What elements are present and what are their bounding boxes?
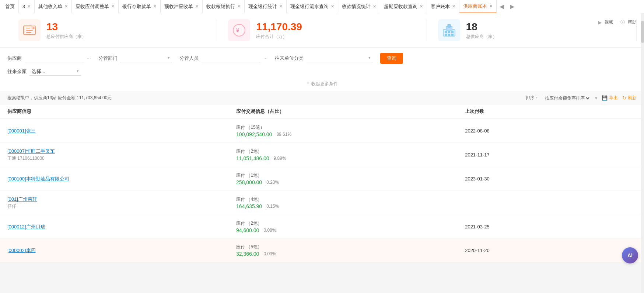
dept-select-wrap — [120, 54, 172, 62]
close-tab-other-income[interactable]: ✕ — [64, 4, 68, 9]
tx-pct: 0.08% — [263, 228, 276, 233]
last-pay-date: 2021-11-17 — [465, 152, 637, 158]
nav-tab-collect-stat[interactable]: 收款情况统计 ✕ — [338, 0, 380, 13]
tx-pct: 0.03% — [263, 251, 276, 256]
category-select-wrap — [307, 54, 373, 62]
payable-suppliers-icon: ¥ — [18, 19, 41, 41]
header-links: ▶ 视频 | ⓘ 帮助 — [598, 19, 637, 25]
close-tab-ar-ap-adjust[interactable]: ✕ — [111, 4, 115, 9]
stat-payable-suppliers: ¥ 13 总应付供应商（家） — [7, 19, 217, 41]
tx-amount-row: 258,000.000.23% — [236, 179, 465, 185]
scrollbar-thumb[interactable] — [641, 21, 644, 43]
nav-tab-pre-collect[interactable]: 预收冲应收单 ✕ — [161, 0, 203, 13]
nav-tab-payment-verify[interactable]: 收款核销执行 ✕ — [203, 0, 245, 13]
supplier-cell: [000100]本特勤油品有限公司 — [7, 176, 236, 182]
svg-rect-7 — [448, 31, 450, 33]
tx-amount: 11,051,486.00 — [236, 155, 269, 161]
nav-tab-customer-book[interactable]: 客户账本 ✕ — [427, 0, 459, 13]
nav-next-arrow[interactable]: ▶ — [507, 3, 517, 10]
payable-amount-label: 应付合计（万） — [256, 34, 302, 40]
tx-amount-row: 32,366.000.03% — [236, 251, 465, 257]
results-actions: 排序： 按应付余额倒序排序 ▾ 💾 导出 ↻ 刷新 — [526, 95, 637, 101]
close-tab-payment-verify[interactable]: ✕ — [237, 4, 241, 9]
nav-tab-cash-flow[interactable]: 现金银行流水查询 ✕ — [287, 0, 338, 13]
close-tab-bank-deposit[interactable]: ✕ — [153, 4, 157, 9]
close-tab-cash-bank-stat[interactable]: ✕ — [279, 4, 283, 9]
dept-select[interactable] — [120, 54, 172, 62]
nav-tab-ar-ap-adjust[interactable]: 应收应付调整单 ✕ — [72, 0, 119, 13]
search-button[interactable]: 查询 — [380, 53, 403, 64]
tx-amount-row: 164,635.900.15% — [236, 203, 465, 209]
total-suppliers-label: 总供应商（家） — [466, 34, 497, 40]
payable-suppliers-label: 总应付供应商（家） — [46, 34, 86, 40]
filter-person: 分管人员 ··· — [179, 54, 268, 62]
supplier-link[interactable]: [000100]本特勤油品有限公司 — [7, 176, 69, 182]
supplier-cell: [000002]李四 — [7, 247, 236, 254]
nav-tab-cash-bank-stat[interactable]: 现金银行统计 ✕ — [245, 0, 287, 13]
tx-amount: 32,366.00 — [236, 251, 259, 257]
tx-amount: 258,000.00 — [236, 179, 262, 185]
nav-tab-supplier-book[interactable]: 供应商账本 ✕ — [459, 0, 497, 13]
filter-row-2: 往来余额 选择... — [7, 68, 637, 76]
collapse-icon: ⌃ — [306, 82, 310, 87]
person-input[interactable] — [202, 54, 260, 62]
ai-button[interactable]: Ai — [622, 247, 638, 262]
supplier-link[interactable]: [000007]恒旺二手叉车 — [7, 148, 55, 154]
video-link[interactable]: 视频 — [605, 19, 613, 25]
nav-tab-other-income[interactable]: 其他收入单 ✕ — [35, 0, 72, 13]
nav-tab-3[interactable]: 3 ✕ — [19, 0, 35, 13]
table-header: 供应商信息 应付交易信息（占比） 上次付数 — [0, 104, 644, 119]
supplier-link[interactable]: [000002]李四 — [7, 248, 36, 253]
nav-tab-home[interactable]: 首页 — [1, 0, 19, 13]
supplier-cell: [000012]广州贝瑞 — [7, 224, 236, 230]
close-tab-collect-stat[interactable]: ✕ — [373, 4, 376, 9]
table-row: [000001]张三应付 （15笔）100,092,540.0089.61%20… — [0, 119, 644, 143]
help-icon: ⓘ — [620, 19, 625, 25]
filter-balance: 往来余额 选择... — [7, 68, 81, 76]
balance-select[interactable]: 选择... — [29, 68, 81, 76]
table-row: [000002]李四应付 （5笔）32,366.000.03%2020-11-2… — [0, 239, 644, 262]
tx-cell: 应付 （15笔）100,092,540.0089.61% — [236, 124, 465, 137]
nav-prev-arrow[interactable]: ◀ — [497, 3, 507, 10]
results-bar: 搜索结果中，供应商13家 应付金额 111,703,854.00元 排序： 按应… — [0, 92, 644, 104]
refresh-label: 刷新 — [628, 95, 637, 101]
col-header-supplier: 供应商信息 — [7, 108, 236, 115]
close-tab-3[interactable]: ✕ — [27, 4, 31, 9]
export-button[interactable]: 💾 导出 — [602, 95, 618, 101]
tx-amount: 94,600.00 — [236, 227, 259, 233]
results-summary: 搜索结果中，供应商13家 应付金额 111,703,854.00元 — [7, 95, 112, 101]
col-header-lastpay: 上次付数 — [465, 108, 637, 115]
close-tab-overdue-ar[interactable]: ✕ — [420, 4, 423, 9]
payable-amount-icon: ¥ — [228, 19, 250, 41]
last-pay-date: 2023-01-30 — [465, 176, 637, 182]
close-tab-customer-book[interactable]: ✕ — [452, 4, 455, 9]
supplier-link[interactable]: [000001]张三 — [7, 128, 36, 134]
close-tab-supplier-book[interactable]: ✕ — [489, 4, 493, 8]
tx-cell: 应付 （1笔）258,000.000.23% — [236, 172, 465, 185]
close-tab-cash-flow[interactable]: ✕ — [331, 4, 334, 9]
supplier-link[interactable]: [001]广州荣轩 — [7, 196, 37, 202]
svg-rect-6 — [445, 31, 447, 33]
nav-tab-bank-deposit[interactable]: 银行存取款单 ✕ — [119, 0, 161, 13]
nav-tab-overdue-ar[interactable]: 超期应收款查询 ✕ — [380, 0, 427, 13]
tx-pct: 0.23% — [266, 180, 279, 185]
balance-label: 往来余额 — [7, 68, 27, 75]
supplier-more-icon[interactable]: ··· — [87, 55, 91, 61]
sort-select[interactable]: 按应付余额倒序排序 — [543, 95, 591, 101]
tx-pct: 9.89% — [274, 156, 286, 161]
top-nav: 首页 3 ✕ 其他收入单 ✕ 应收应付调整单 ✕ 银行存取款单 ✕ 预收冲应收单… — [0, 0, 644, 13]
supplier-input[interactable] — [25, 54, 84, 62]
table-row: [001]广州荣轩仔仔应付 （4笔）164,635.900.15% — [0, 191, 644, 215]
close-tab-pre-collect[interactable]: ✕ — [195, 4, 199, 9]
person-more-icon[interactable]: ··· — [263, 55, 268, 61]
tx-cell: 应付 （2笔）94,600.000.08% — [236, 220, 465, 233]
ai-label: Ai — [627, 252, 633, 258]
tx-pct: 0.15% — [266, 204, 279, 209]
supplier-link[interactable]: [000012]广州贝瑞 — [7, 224, 45, 230]
category-select[interactable] — [307, 54, 373, 62]
table-row: [000100]本特勤油品有限公司应付 （1笔）258,000.000.23%2… — [0, 167, 644, 191]
refresh-button[interactable]: ↻ 刷新 — [622, 95, 637, 101]
scrollbar-track[interactable] — [641, 13, 644, 262]
collapse-filter-button[interactable]: ⌃ 收起更多条件 — [7, 79, 637, 89]
help-link[interactable]: 帮助 — [628, 19, 637, 25]
